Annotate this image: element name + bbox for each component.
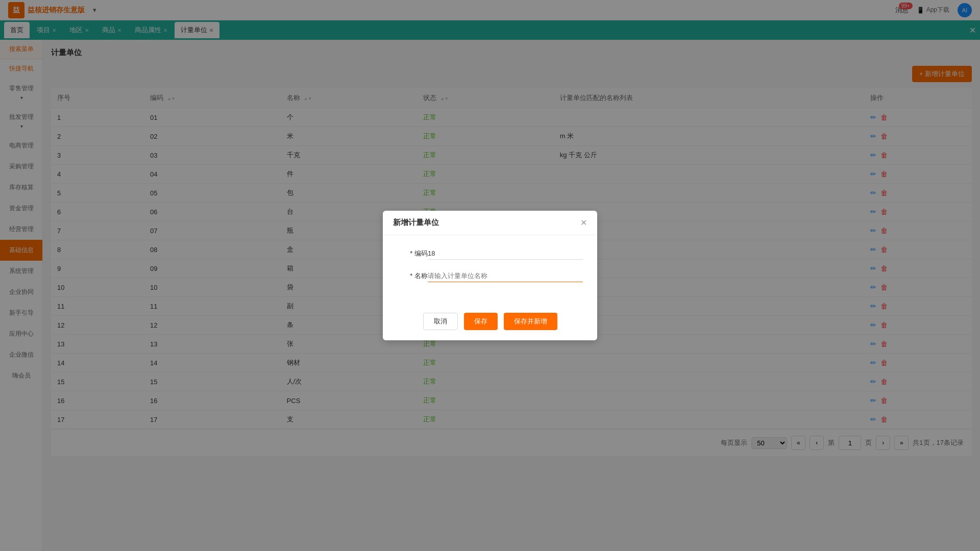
code-input[interactable] [428,247,583,260]
save-and-new-button[interactable]: 保存并新增 [504,313,557,330]
modal-close-icon[interactable]: ✕ [580,218,587,228]
form-row-name: * 名称 [397,270,583,282]
cancel-button[interactable]: 取消 [423,313,458,330]
modal-footer: 取消 保存 保存并新增 [383,305,597,340]
modal-title: 新增计量单位 [393,218,439,228]
add-unit-modal: 新增计量单位 ✕ * 编码 * 名称 取消 保存 保存并新增 [383,211,597,340]
modal-body: * 编码 * 名称 [383,235,597,305]
save-button[interactable]: 保存 [464,313,498,330]
name-input[interactable] [428,270,583,282]
modal-header: 新增计量单位 ✕ [383,211,597,235]
form-row-code: * 编码 [397,247,583,260]
name-label: * 名称 [397,271,428,281]
modal-overlay: 新增计量单位 ✕ * 编码 * 名称 取消 保存 保存并新增 [0,0,980,551]
code-label: * 编码 [397,249,428,258]
